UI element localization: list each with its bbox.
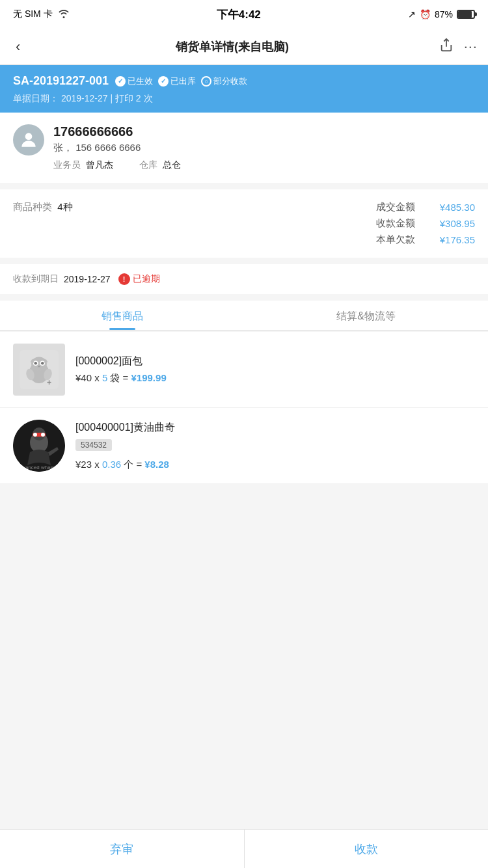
owed-row: 本单欠款 ¥176.35 xyxy=(376,234,475,246)
product-thumb-2: advanced whale xyxy=(13,420,65,472)
product-name-2: [000400001]黄油曲奇 xyxy=(75,421,475,435)
order-date: 2019-12-27 xyxy=(61,93,108,103)
customer-meta: 业务员 曾凡杰 仓库 总仓 xyxy=(53,159,475,171)
check-icon-1: ✓ xyxy=(115,76,126,87)
order-date-label: 单据日期： xyxy=(13,93,59,103)
overdue-badge: ! 已逾期 xyxy=(118,273,160,285)
product-info-2: [000400001]黄油曲奇 534532 ¥23 x 0.36 个 = ¥8… xyxy=(75,421,475,471)
customer-info: 17666666666 张， 156 6666 6666 业务员 曾凡杰 仓库 … xyxy=(53,124,475,171)
product-name-1: [0000002]面包 xyxy=(75,355,475,368)
nav-bar: ‹ 销货单详情(来自电脑) ··· xyxy=(0,29,488,65)
amount-stats: 成交金额 ¥485.30 收款金额 ¥308.95 本单欠款 ¥176.35 xyxy=(376,201,475,246)
battery-icon xyxy=(457,10,475,19)
status-badge-shipped: ✓ 已出库 xyxy=(158,75,196,87)
product-thumb-1: + xyxy=(13,344,65,396)
svg-point-7 xyxy=(34,362,38,365)
tabs-container: 销售商品 结算&物流等 xyxy=(0,301,488,484)
customer-card: 17666666666 张， 156 6666 6666 业务员 曾凡杰 仓库 … xyxy=(0,113,488,183)
svg-point-20 xyxy=(41,433,45,437)
svg-point-1 xyxy=(25,133,33,140)
list-item: advanced whale [000400001]黄油曲奇 534532 ¥2… xyxy=(0,408,488,484)
carrier-text: 无 SIM 卡 xyxy=(13,8,53,20)
product-sku-2: 534532 xyxy=(75,439,112,451)
svg-point-19 xyxy=(33,433,37,437)
stats-section: 商品种类 4种 成交金额 ¥485.30 收款金额 ¥308.95 本单欠款 ¥… xyxy=(0,189,488,258)
status-bar: 无 SIM 卡 下午4:42 ↗ ⏰ 87% xyxy=(0,0,488,29)
product-sku-wrapper: 534532 xyxy=(75,439,475,455)
product-price-row-2: ¥23 x 0.36 个 = ¥8.28 xyxy=(75,459,475,471)
status-badges: ✓ 已生效 ✓ 已出库 ○ 部分收款 xyxy=(115,75,247,87)
status-badge-partial: ○ 部分收款 xyxy=(201,75,247,87)
order-date-row: 单据日期： 2019-12-27 | 打印 2 次 xyxy=(13,93,475,105)
more-icon[interactable]: ··· xyxy=(464,38,478,55)
abandon-review-button[interactable]: 弃审 xyxy=(0,830,245,868)
overdue-text: 已逾期 xyxy=(133,273,160,285)
customer-phone: 张， 156 6666 6666 xyxy=(53,142,475,154)
alarm-icon: ⏰ xyxy=(420,9,431,20)
back-button[interactable]: ‹ xyxy=(10,33,25,61)
order-header: SA-20191227-001 ✓ 已生效 ✓ 已出库 ○ 部分收款 单据日期：… xyxy=(0,65,488,113)
warehouse-meta: 仓库 总仓 xyxy=(139,159,181,171)
check-icon-2: ✓ xyxy=(158,76,169,87)
list-item: + [0000002]面包 ¥40 x 5 袋 = ¥199.99 xyxy=(0,332,488,408)
print-separator: | xyxy=(110,93,115,103)
nav-actions: ··· xyxy=(439,38,478,55)
bottom-action-bar: 弃审 收款 xyxy=(0,829,488,868)
svg-point-8 xyxy=(41,362,44,365)
received-row: 收款金额 ¥308.95 xyxy=(376,217,475,230)
status-time: 下午4:42 xyxy=(217,7,261,22)
svg-text:+: + xyxy=(47,378,51,387)
page-title: 销货单详情(来自电脑) xyxy=(176,39,289,55)
deal-amount-row: 成交金额 ¥485.30 xyxy=(376,201,475,213)
svg-text:advanced whale: advanced whale xyxy=(17,465,55,470)
clock-icon: ○ xyxy=(201,76,211,87)
print-label: 打印 xyxy=(115,93,133,103)
status-right: ↗ ⏰ 87% xyxy=(408,9,475,20)
product-info-1: [0000002]面包 ¥40 x 5 袋 = ¥199.99 xyxy=(75,355,475,385)
order-id: SA-20191227-001 xyxy=(13,74,109,88)
battery-percent: 87% xyxy=(435,9,453,20)
avatar xyxy=(13,124,44,156)
status-badge-active: ✓ 已生效 xyxy=(115,75,153,87)
sales-meta: 业务员 曾凡杰 xyxy=(53,159,113,171)
tab-settlement[interactable]: 结算&物流等 xyxy=(244,301,488,330)
tab-sales-products[interactable]: 销售商品 xyxy=(0,301,244,330)
product-price-row-1: ¥40 x 5 袋 = ¥199.99 xyxy=(75,372,475,385)
collect-payment-button[interactable]: 收款 xyxy=(245,830,489,868)
overdue-icon: ! xyxy=(118,273,130,285)
customer-id: 17666666666 xyxy=(53,124,475,139)
status-left: 无 SIM 卡 xyxy=(13,8,70,20)
share-icon[interactable] xyxy=(439,38,454,55)
product-list: + [0000002]面包 ¥40 x 5 袋 = ¥199.99 xyxy=(0,332,488,484)
wifi-icon xyxy=(58,9,70,20)
location-icon: ↗ xyxy=(408,9,416,20)
tabs: 销售商品 结算&物流等 xyxy=(0,301,488,331)
product-types: 商品种类 4种 xyxy=(13,201,73,246)
due-section: 收款到期日 2019-12-27 ! 已逾期 xyxy=(0,264,488,294)
